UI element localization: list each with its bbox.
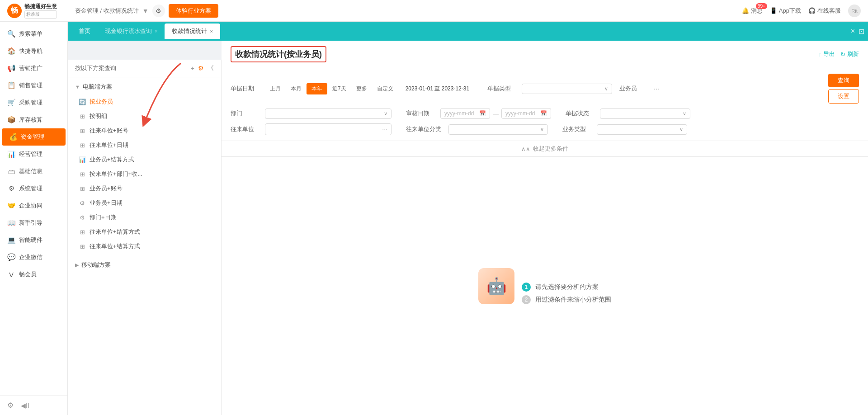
sidebar-item-marketing[interactable]: 📢 营销推广 [0, 60, 67, 77]
step-1-num: 1 [522, 283, 531, 292]
scheme-item-salesperson-date[interactable]: ⚙ 业务员+日期 [71, 196, 221, 210]
table-icon: ⊞ [79, 127, 86, 134]
empty-illustration: 🤖 1 请先选择要分析的方案 2 用过滤条件来缩小分析范围 [478, 268, 611, 304]
export-button[interactable]: ↑ 导出 [819, 50, 835, 58]
doctype-select[interactable]: ∨ [522, 84, 612, 94]
desktop-scheme-section: ▼ 电脑端方案 🔄 按业务员 ⊞ 按明细 ⊞ 往来单位+账号 [68, 77, 221, 255]
filter-row-2: 部门 ∨ 审核日期 yyyy-mm-dd 📅 — yyyy-mm-dd [231, 108, 859, 119]
notification-area[interactable]: 🔔 消息 99+ [742, 7, 763, 15]
scheme-collapse-icon[interactable]: 《 [208, 64, 214, 72]
scheme-add-icon[interactable]: + [191, 65, 194, 72]
sidebar-item-enterprise[interactable]: 🤝 企业协同 [0, 197, 67, 214]
megaphone-icon: 📢 [7, 64, 15, 72]
refresh-button[interactable]: ↻ 刷新 [840, 50, 859, 58]
tab-bank[interactable]: 现金银行流水查询 × [98, 24, 165, 39]
app-download-link[interactable]: 📱 App下载 [770, 7, 801, 15]
review-date-end[interactable]: yyyy-mm-dd 📅 [501, 108, 551, 119]
sidebar-item-inventory[interactable]: 📦 库存核算 [0, 111, 67, 128]
online-service-link[interactable]: 🎧 在线客服 [808, 7, 841, 15]
scheme-item-salesperson[interactable]: 🔄 按业务员 [71, 94, 221, 109]
sidebar-item-search[interactable]: 🔍 搜索菜单 [0, 25, 67, 42]
top-settings-button[interactable]: ⚙ [152, 5, 165, 17]
salesperson-label: 业务员 [619, 85, 646, 93]
table6-icon: ⊞ [79, 243, 86, 250]
tab-bank-close-icon[interactable]: × [155, 28, 157, 34]
docstatus-chevron-icon: ∨ [683, 111, 686, 117]
scheme-item-partner-settle1[interactable]: ⊞ 往来单位+结算方式 [71, 225, 221, 239]
scheme-item-partner-settle2[interactable]: ⊞ 往来单位+结算方式 [71, 239, 221, 254]
sidebar-item-guide[interactable]: 📖 新手引导 [0, 214, 67, 231]
salesperson-more-icon[interactable]: ··· [654, 85, 659, 92]
set-button[interactable]: 设置 [828, 89, 859, 104]
partner-cat-select[interactable]: ∨ [448, 124, 548, 135]
sidebar-settings-icon[interactable]: ⚙ [7, 401, 14, 410]
sidebar-item-member[interactable]: V 畅会员 [0, 266, 67, 283]
sidebar-collapse-icon[interactable]: ◀II [21, 402, 29, 409]
partner-more-icon[interactable]: ··· [382, 126, 387, 133]
empty-step-2: 2 用过滤条件来缩小分析范围 [522, 295, 611, 304]
date-tab-more[interactable]: 更多 [351, 83, 372, 94]
date-tab-7days[interactable]: 近7天 [327, 83, 351, 94]
clipboard-icon: 📋 [7, 81, 15, 90]
sidebar-item-system[interactable]: ⚙ 系统管理 [0, 180, 67, 197]
docstatus-label: 单据状态 [566, 109, 593, 118]
scheme-item-by-partner-dept[interactable]: ⊞ 按来单位+部门+收... [71, 167, 221, 181]
review-date-label: 审核日期 [406, 109, 433, 118]
scheme-item-dept-date[interactable]: ⚙ 部门+日期 [71, 210, 221, 225]
bar-chart-icon: 📊 [79, 156, 86, 163]
handshake-icon: 🤝 [7, 202, 15, 210]
breadcrumb-dropdown-icon[interactable]: ▼ [142, 7, 149, 14]
filter-row-1: 单据日期 上月 本月 本年 近7天 更多 自定义 2023-01-01 至 20… [231, 74, 859, 104]
scheme-item-partner-date[interactable]: ⊞ 往来单位+日期 [71, 138, 221, 152]
trial-button[interactable]: 体验行业方案 [169, 4, 218, 18]
sidebar-item-wechat[interactable]: 💬 企业微信 [0, 249, 67, 266]
sidebar-item-basic[interactable]: 🗃 基础信息 [0, 163, 67, 180]
review-date-start[interactable]: yyyy-mm-dd 📅 [440, 108, 490, 119]
sidebar-item-finance[interactable]: 💰 资金管理 [2, 128, 66, 146]
window-close-icon[interactable]: × [851, 27, 855, 35]
dept-chevron-icon: ∨ [384, 111, 387, 117]
database-icon: 🗃 [7, 168, 15, 175]
tab-home[interactable]: 首页 [71, 24, 98, 39]
window-maximize-icon[interactable]: ⊡ [859, 27, 864, 36]
mobile-section-title[interactable]: ▶ 移动端方案 [68, 257, 221, 273]
desktop-section-title[interactable]: ▼ 电脑端方案 [68, 79, 221, 94]
collapse-more-conditions[interactable]: ∧∧ 收起更多条件 [222, 141, 868, 157]
vip-icon: V [7, 271, 15, 278]
headset-icon: 🎧 [808, 7, 816, 14]
date-tab-custom[interactable]: 自定义 [372, 83, 398, 94]
scheme-item-salesperson-account[interactable]: ⊞ 业务员+账号 [71, 181, 221, 196]
sidebar-item-quick[interactable]: 🏠 快捷导航 [0, 42, 67, 60]
refresh-icon: ↻ [840, 51, 845, 58]
biz-type-label: 业务类型 [562, 125, 590, 133]
mobile-section-arrow-icon: ▶ [75, 262, 79, 268]
dept-select[interactable]: ∨ [265, 108, 392, 119]
partner-cat-label: 往来单位分类 [406, 125, 441, 133]
tab-collection[interactable]: 收款情况统计 × [165, 24, 220, 39]
query-button[interactable]: 查询 [828, 74, 859, 87]
date-tab-thisyear[interactable]: 本年 [307, 83, 327, 94]
scheme-item-detail[interactable]: ⊞ 按明细 [71, 109, 221, 123]
top-nav-area: 资金管理 / 收款情况统计 ▼ ⚙ 体验行业方案 [75, 4, 742, 18]
chat-icon: 💬 [7, 253, 15, 261]
sidebar-item-purchase[interactable]: 🛒 采购管理 [0, 94, 67, 111]
partner-input[interactable]: ··· [265, 123, 392, 135]
scheme-settings-icon[interactable]: ⚙ [198, 65, 204, 72]
calendar2-icon: 📅 [540, 110, 547, 117]
tab-collection-close-icon[interactable]: × [210, 28, 212, 34]
table2-icon: ⊞ [79, 142, 86, 149]
scheme-item-partner-account[interactable]: ⊞ 往来单位+账号 [71, 123, 221, 138]
mobile-scheme-section: ▶ 移动端方案 [68, 255, 221, 274]
sidebar-item-sales[interactable]: 📋 销售管理 [0, 77, 67, 94]
sidebar-item-iot[interactable]: 💻 智能硬件 [0, 231, 67, 249]
box-icon: 📦 [7, 116, 15, 124]
docstatus-select[interactable]: ∨ [600, 108, 690, 119]
sidebar-item-operation[interactable]: 📊 经营管理 [0, 146, 67, 163]
date-tab-thismonth[interactable]: 本月 [286, 83, 307, 94]
right-content: 收款情况统计(按业务员) ↑ 导出 ↻ 刷新 单据日期 [222, 41, 868, 415]
collapse-icon: ∧∧ [521, 146, 530, 152]
scheme-item-salesperson-settle[interactable]: 📊 业务员+结算方式 [71, 152, 221, 167]
biz-type-select[interactable]: ∨ [597, 124, 687, 135]
date-tab-lastmonth[interactable]: 上月 [265, 83, 286, 94]
user-avatar[interactable]: Rit [848, 5, 861, 17]
